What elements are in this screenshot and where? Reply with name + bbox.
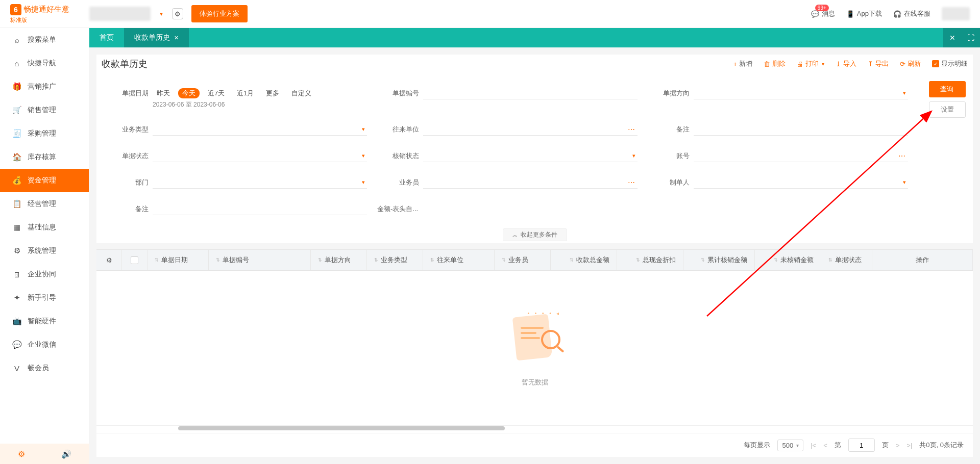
date-opt-more[interactable]: 更多 xyxy=(262,88,283,98)
gear-icon[interactable]: ⚙ xyxy=(172,8,183,19)
close-icon[interactable]: ✕ xyxy=(174,35,179,41)
print-button[interactable]: 🖨打印▾ xyxy=(797,59,824,68)
direction-select[interactable]: ▾ xyxy=(694,87,908,99)
app-download-link[interactable]: 📱 App下载 xyxy=(846,9,882,18)
prev-page-button[interactable]: < xyxy=(823,442,827,449)
sidebar-item-member[interactable]: V畅会员 xyxy=(0,356,89,380)
last-page-button[interactable]: >| xyxy=(906,442,912,449)
date-opt-today[interactable]: 今天 xyxy=(178,88,200,98)
sidebar-item-collab[interactable]: 🗓企业协同 xyxy=(0,263,89,286)
ellipsis-icon: ⋯ xyxy=(898,152,906,160)
date-opt-7days[interactable]: 近7天 xyxy=(204,88,229,98)
sidebar-item-marketing[interactable]: 🎁营销推广 xyxy=(0,75,89,98)
writeoff-select[interactable]: ▾ xyxy=(423,150,638,162)
docno-input[interactable] xyxy=(423,87,638,99)
account-select[interactable]: ⋯ xyxy=(694,150,908,162)
table-settings-button[interactable]: ⚙ xyxy=(96,250,122,270)
horizontal-scrollbar[interactable] xyxy=(96,425,973,431)
sidebar-item-hardware[interactable]: 📺智能硬件 xyxy=(0,310,89,333)
fullscreen-icon[interactable]: ⛶ xyxy=(962,28,980,47)
col-docstatus[interactable]: ⇅单据状态 xyxy=(821,250,872,270)
col-direction[interactable]: ⇅单据方向 xyxy=(311,250,367,270)
select-all-checkbox[interactable] xyxy=(122,250,148,270)
tab-receipt-history[interactable]: 收款单历史 ✕ xyxy=(124,28,189,47)
empty-state: • • • • ◂ 暂无数据 xyxy=(96,271,973,425)
sound-icon[interactable]: 🔊 xyxy=(61,449,71,459)
add-button[interactable]: +新增 xyxy=(733,59,752,68)
col-salesperson[interactable]: ⇅业务员 xyxy=(495,250,551,270)
sidebar-item-search[interactable]: ⌕搜索菜单 xyxy=(0,28,89,51)
date-opt-custom[interactable]: 自定义 xyxy=(287,88,315,98)
tab-close-all-icon[interactable]: ✕ xyxy=(943,28,962,47)
filter-panel: 查询 设置 单据日期 昨天 今天 近7天 近1月 更多 自定义 2023-06-… xyxy=(96,77,973,243)
col-totalamount[interactable]: ⇅收款总金额 xyxy=(551,250,617,270)
delete-button[interactable]: 🗑删除 xyxy=(764,59,786,68)
scrollbar-thumb[interactable] xyxy=(178,426,505,430)
messages-badge: 99+ xyxy=(815,5,829,11)
ellipsis-icon: ⋯ xyxy=(628,125,635,134)
chevron-down-icon: ▾ xyxy=(903,179,906,186)
salesperson-select[interactable]: ⋯ xyxy=(423,176,638,189)
data-table: ⚙ ⇅单据日期 ⇅单据编号 ⇅单据方向 ⇅业务类型 ⇅往来单位 ⇅业务员 ⇅收款… xyxy=(96,249,973,457)
tab-home[interactable]: 首页 xyxy=(89,28,124,47)
org-selector-blurred[interactable] xyxy=(89,7,151,21)
col-docno[interactable]: ⇅单据编号 xyxy=(209,250,311,270)
sort-icon: ⇅ xyxy=(155,257,159,263)
sidebar-item-quicknav[interactable]: ⌂快捷导航 xyxy=(0,51,89,75)
col-unwriteoff[interactable]: ⇅未核销金额 xyxy=(755,250,821,270)
first-page-button[interactable]: |< xyxy=(811,442,816,449)
sidebar-item-guide[interactable]: ✦新手引导 xyxy=(0,286,89,310)
col-docdate[interactable]: ⇅单据日期 xyxy=(148,250,209,270)
remark2-input[interactable] xyxy=(153,203,367,215)
sidebar-item-purchase[interactable]: 🧾采购管理 xyxy=(0,122,89,145)
refresh-button[interactable]: ⟳刷新 xyxy=(900,59,921,68)
query-button[interactable]: 查询 xyxy=(929,81,966,97)
page-input[interactable] xyxy=(848,439,875,452)
date-opt-yesterday[interactable]: 昨天 xyxy=(153,88,174,98)
v-icon: V xyxy=(12,364,21,373)
sort-icon: ⇅ xyxy=(216,257,220,263)
online-service-link[interactable]: 🎧 在线客服 xyxy=(893,9,930,18)
col-cashdiscount[interactable]: ⇅总现金折扣 xyxy=(617,250,683,270)
money-icon: 💰 xyxy=(12,176,21,185)
dept-select[interactable]: ▾ xyxy=(153,176,367,189)
partner-select[interactable]: ⋯ xyxy=(423,123,638,136)
messages-link[interactable]: 99+ 💬 消息 xyxy=(811,9,835,18)
sidebar-item-inventory[interactable]: 🏠库存核算 xyxy=(0,145,89,169)
user-area-blurred[interactable] xyxy=(942,7,970,20)
sidebar-item-system[interactable]: ⚙系统管理 xyxy=(0,239,89,263)
collapse-filters-button[interactable]: ︽ 收起更多条件 xyxy=(503,228,567,241)
per-page-select[interactable]: 500 ▾ xyxy=(777,440,803,451)
filter-settings-button[interactable]: 设置 xyxy=(929,101,966,118)
col-biztype[interactable]: ⇅业务类型 xyxy=(367,250,423,270)
col-partner[interactable]: ⇅往来单位 xyxy=(423,250,495,270)
sidebar-item-basicinfo[interactable]: ▦基础信息 xyxy=(0,216,89,239)
sort-icon: ⇅ xyxy=(374,257,378,263)
biztype-select[interactable]: ▾ xyxy=(153,123,367,136)
page-summary: 共0页, 0条记录 xyxy=(919,441,964,450)
col-writeoffamount[interactable]: ⇅累计核销金额 xyxy=(683,250,755,270)
remark-input[interactable] xyxy=(694,123,908,136)
experience-button[interactable]: 体验行业方案 xyxy=(191,5,248,22)
show-detail-toggle[interactable]: ✓显示明细 xyxy=(932,59,968,68)
checkbox-checked-icon: ✓ xyxy=(932,60,939,67)
docstatus-select[interactable]: ▾ xyxy=(153,150,367,162)
export-button[interactable]: ⤒导出 xyxy=(868,59,889,68)
sidebar-item-wecom[interactable]: 💬企业微信 xyxy=(0,333,89,356)
sidebar-item-finance[interactable]: 💰资金管理 xyxy=(0,169,89,192)
filter-label-remark: 备注 xyxy=(648,123,694,134)
next-page-button[interactable]: > xyxy=(896,442,900,449)
print-icon: 🖨 xyxy=(797,60,803,68)
date-range-selector[interactable]: 昨天 今天 近7天 近1月 更多 自定义 xyxy=(153,87,315,99)
sort-icon: ⇅ xyxy=(774,257,778,263)
sort-icon: ⇅ xyxy=(828,257,832,263)
date-opt-1month[interactable]: 近1月 xyxy=(233,88,258,98)
import-button[interactable]: ⤓导入 xyxy=(836,59,856,68)
sidebar-item-operations[interactable]: 📋经营管理 xyxy=(0,192,89,216)
sidebar-item-sales[interactable]: 🛒销售管理 xyxy=(0,98,89,122)
filter-label-biztype: 业务类型 xyxy=(107,123,153,134)
creator-select[interactable]: ▾ xyxy=(694,176,908,189)
star-icon: ✦ xyxy=(12,293,21,302)
chevron-down-icon[interactable]: ▾ xyxy=(160,10,163,17)
gear-icon[interactable]: ⚙ xyxy=(18,449,25,459)
